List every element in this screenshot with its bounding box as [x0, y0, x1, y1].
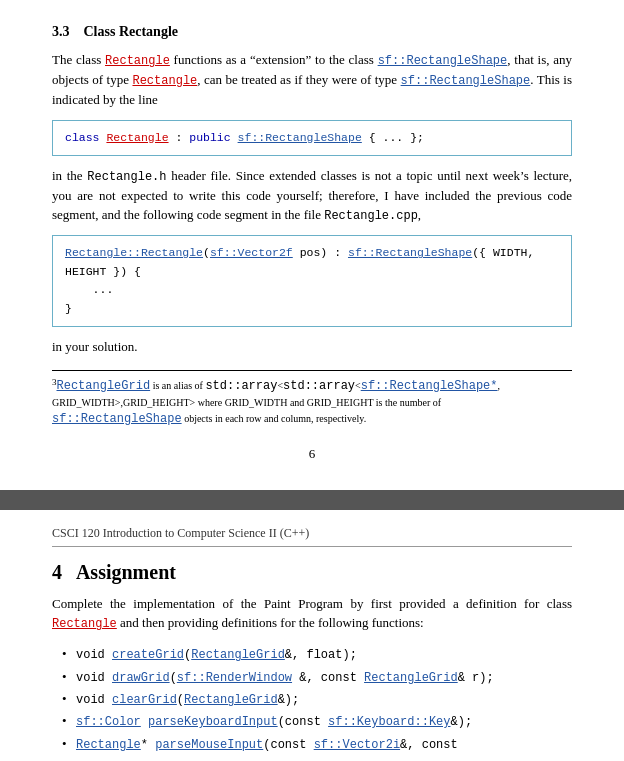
footnote-stdarray2: std::array	[283, 379, 355, 393]
section-title: Class Rectangle	[84, 24, 179, 39]
para3: in your solution.	[52, 337, 572, 357]
code-block-2: Rectangle::Rectangle(sf::Vector2f pos) :…	[52, 235, 572, 327]
code-vector2f: sf::Vector2f	[210, 246, 293, 259]
top-page-section: 3.3 Class Rectangle The class Rectangle …	[0, 0, 624, 490]
footnote-area: 3RectangleGrid is an alias of std::array…	[52, 370, 572, 427]
rectangle-ref-intro: Rectangle	[52, 617, 117, 631]
para2: in the Rectangle.h header file. Since ex…	[52, 166, 572, 226]
code-base-call: sf::RectangleShape	[348, 246, 472, 259]
func-item-1: void createGrid(RectangleGrid&, float);	[62, 643, 572, 665]
assignment-intro: Complete the implementation of the Paint…	[52, 594, 572, 634]
section-4-title: Assignment	[76, 561, 176, 583]
rectangle-h-ref: Rectangle.h	[87, 170, 166, 184]
code-block-1: class Rectangle : public sf::RectangleSh…	[52, 120, 572, 156]
code-kw-public: public	[189, 131, 230, 144]
func-item-2: void drawGrid(sf::RenderWindow &, const …	[62, 666, 572, 688]
course-header: CSCI 120 Introduction to Computer Scienc…	[52, 526, 572, 547]
code-kw-class: class	[65, 131, 100, 144]
code-constructor: Rectangle::Rectangle	[65, 246, 203, 259]
func-item-4: sf::Color parseKeyboardInput(const sf::K…	[62, 710, 572, 732]
section-3-3-heading: 3.3 Class Rectangle	[52, 24, 572, 40]
page-container: 3.3 Class Rectangle The class Rectangle …	[0, 0, 624, 761]
section-num: 3.3	[52, 24, 70, 39]
para1: The class Rectangle functions as a “exte…	[52, 50, 572, 110]
footnote-rectanglegrid: RectangleGrid	[57, 379, 151, 393]
func-item-5: Rectangle* parseMouseInput(const sf::Vec…	[62, 733, 572, 761]
page-divider	[0, 490, 624, 510]
footnote-rectshape-ptr: sf::RectangleShape*	[361, 379, 498, 393]
rectangle-cpp-ref: Rectangle.cpp	[324, 209, 418, 223]
bottom-page-section: CSCI 120 Introduction to Computer Scienc…	[0, 510, 624, 761]
rectangle-link-1: Rectangle	[105, 54, 170, 68]
code-rectangle: Rectangle	[106, 131, 168, 144]
rectangle-link-2: Rectangle	[132, 74, 197, 88]
func-item-3: void clearGrid(RectangleGrid&);	[62, 688, 572, 710]
page-number-6: 6	[52, 446, 572, 462]
footnote-sf-rectshape: sf::RectangleShape	[52, 412, 182, 426]
rectshape-link-2: sf::RectangleShape	[401, 74, 531, 88]
code-sf-rectshape: sf::RectangleShape	[238, 131, 362, 144]
footnote-stdarray1: std::array	[205, 379, 277, 393]
footnote-text: 3RectangleGrid is an alias of std::array…	[52, 380, 500, 424]
function-list: void createGrid(RectangleGrid&, float); …	[62, 643, 572, 761]
rectshape-link-1: sf::RectangleShape	[378, 54, 508, 68]
section-4-heading: 4 Assignment	[52, 561, 572, 584]
section-4-num: 4	[52, 561, 62, 583]
